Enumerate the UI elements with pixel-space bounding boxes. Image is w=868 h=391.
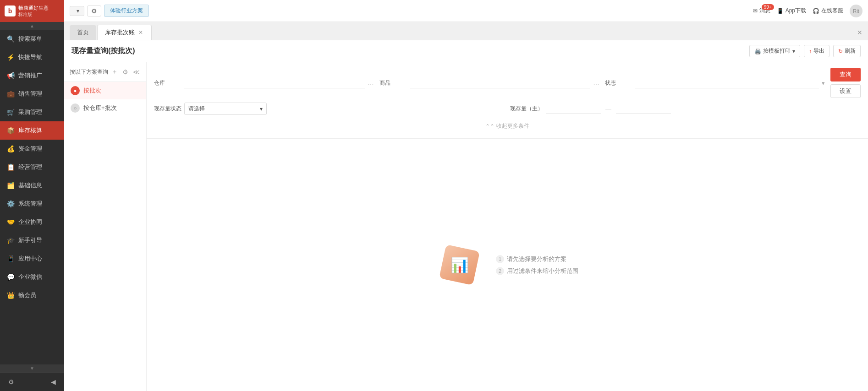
sidebar-item-newbie-label: 新手引导 — [18, 236, 42, 244]
filter-row-2: 现存量状态 请选择 ▾ 现存量（主） — — [154, 103, 861, 115]
collapse-button[interactable]: ⌃⌃ 收起更多条件 — [485, 119, 529, 133]
sidebar-item-search-label: 搜索菜单 — [18, 35, 42, 43]
app-download-label: App下载 — [786, 7, 806, 15]
sidebar-settings-button[interactable]: ⚙ — [6, 376, 16, 387]
page-header: 现存量查询(按批次) 🖨️ 按模板打印 ▾ ↑ 导出 ↻ 刷新 — [64, 40, 868, 62]
sidebar-item-purchase[interactable]: 🛒 采购管理 — [0, 103, 64, 121]
sidebar-item-member[interactable]: 👑 畅会员 — [0, 286, 64, 304]
inventory-icon: 📦 — [6, 126, 15, 135]
refresh-icon: ↻ — [838, 48, 843, 54]
product-input[interactable] — [410, 78, 590, 88]
sidebar-scroll-down[interactable]: ▼ — [0, 364, 64, 372]
headset-icon: 🎧 — [813, 8, 819, 14]
app-download-button[interactable]: 📱 App下载 — [777, 7, 806, 15]
tabbar: 首页 库存批次账 ✕ ✕ — [64, 22, 868, 40]
quick-nav-icon: ⚡ — [6, 53, 15, 61]
hint-item-2: 2 用过滤条件来缩小分析范围 — [496, 267, 578, 275]
app-logo: b — [5, 5, 16, 16]
add-scheme-button[interactable]: ＋ — [110, 67, 119, 77]
sidebar-header: b 畅康通好生意 标准版 — [0, 0, 64, 22]
sidebar-item-newbie[interactable]: 🎓 新手引导 — [0, 231, 64, 250]
empty-state-inner: 📊 1 请先选择要分析的方案 — [436, 242, 578, 288]
warehouse-more-button[interactable]: … — [368, 79, 374, 87]
status-input[interactable] — [635, 78, 819, 88]
collapse-panel-button[interactable]: ≪ — [132, 67, 141, 76]
print-icon: 🖨️ — [754, 48, 761, 54]
scheme-warehouse-batch-label: 按仓库+批次 — [83, 104, 117, 112]
query-button[interactable]: 查询 — [830, 68, 861, 81]
tab-close-icon[interactable]: ✕ — [137, 29, 144, 36]
print-button[interactable]: 🖨️ 按模板打印 ▾ — [749, 45, 800, 57]
left-panel-header: 按以下方案查询 ＋ ⚙ ≪ — [64, 62, 146, 82]
sidebar-item-quick-nav[interactable]: ⚡ 快捷导航 — [0, 48, 64, 66]
scheme-item-batch[interactable]: ● 按批次 — [64, 82, 146, 99]
topbar-left: ▾ ⚙ 体验行业方案 — [70, 5, 749, 17]
scheme-batch-icon: ● — [71, 86, 80, 95]
filter-group-inventory-status: 现存量状态 请选择 ▾ — [154, 103, 505, 115]
sidebar-item-sales[interactable]: 💼 销售管理 — [0, 85, 64, 103]
tab-close-all-icon[interactable]: ✕ — [857, 29, 863, 36]
sidebar-collapse-button[interactable]: ◀ — [49, 376, 58, 387]
scheme-warehouse-batch-icon: ○ — [71, 103, 80, 113]
topbar-right: ✉ 消息 99+ 📱 App下载 🎧 在线客服 Rit — [753, 5, 863, 17]
sidebar-item-operations[interactable]: 📋 经营管理 — [0, 158, 64, 176]
page-title: 现存量查询(按批次) — [71, 46, 135, 56]
sidebar-scroll-up[interactable]: ▲ — [0, 22, 64, 30]
operations-icon: 📋 — [6, 163, 15, 171]
sidebar-item-inventory[interactable]: 📦 库存核算 — [0, 121, 64, 140]
sidebar-item-basics-label: 基础信息 — [18, 181, 42, 190]
hint-text-2: 用过滤条件来缩小分析范围 — [507, 267, 578, 275]
sidebar-item-search[interactable]: 🔍 搜索菜单 — [0, 30, 64, 48]
hint-text-1: 请先选择要分析的方案 — [507, 255, 566, 263]
messages-button[interactable]: ✉ 消息 99+ — [753, 7, 770, 15]
search-icon: 🔍 — [6, 35, 15, 43]
hint-num-1: 1 — [496, 255, 504, 263]
sidebar-item-wechat-label: 企业微信 — [18, 273, 42, 281]
scheme-item-warehouse-batch[interactable]: ○ 按仓库+批次 — [64, 99, 146, 117]
right-content: 仓库 … 商品 … 状态 — [147, 62, 868, 391]
inventory-status-select[interactable]: 请选择 ▾ — [184, 103, 267, 115]
empty-hints: 1 请先选择要分析的方案 2 用过滤条件来缩小分析范围 — [496, 255, 578, 275]
finance-icon: 💰 — [6, 145, 15, 153]
tab-home[interactable]: 首页 — [70, 25, 96, 40]
inventory-qty-max-input[interactable] — [616, 103, 671, 114]
sidebar-item-purchase-label: 采购管理 — [18, 108, 42, 116]
topbar-breadcrumb: ▾ — [70, 6, 84, 16]
messages-badge: 99+ — [762, 4, 774, 10]
sales-icon: 💼 — [6, 90, 15, 98]
sidebar-item-apps[interactable]: 📱 应用中心 — [0, 250, 64, 268]
export-icon: ↑ — [809, 48, 812, 54]
left-panel: 按以下方案查询 ＋ ⚙ ≪ ● 按批次 ○ 按仓库+批次 — [64, 62, 147, 391]
sidebar: b 畅康通好生意 标准版 ▲ 🔍 搜索菜单 ⚡ 快捷导航 📢 营销推广 💼 销售… — [0, 0, 64, 391]
empty-state: 📊 1 请先选择要分析的方案 — [147, 139, 868, 391]
settings-action-button[interactable]: 设置 — [830, 84, 861, 98]
main-content: ▾ ⚙ 体验行业方案 ✉ 消息 99+ 📱 App下载 🎧 在线客服 Rit — [64, 0, 868, 391]
inventory-qty-label: 现存量（主） — [510, 105, 543, 113]
sidebar-item-enterprise[interactable]: 🤝 企业协同 — [0, 213, 64, 231]
sidebar-item-operations-label: 经营管理 — [18, 163, 42, 171]
topbar-settings-button[interactable]: ⚙ — [87, 5, 101, 16]
chevron-down-icon: ▾ — [822, 80, 825, 87]
tab-inventory-batch-label: 库存批次账 — [105, 28, 135, 37]
sidebar-nav: 🔍 搜索菜单 ⚡ 快捷导航 📢 营销推广 💼 销售管理 🛒 采购管理 📦 库存核… — [0, 30, 64, 364]
sidebar-item-wechat[interactable]: 💬 企业微信 — [0, 268, 64, 286]
inventory-qty-min-input[interactable] — [546, 103, 601, 114]
sidebar-item-finance-label: 资金管理 — [18, 145, 42, 153]
tab-inventory-batch[interactable]: 库存批次账 ✕ — [97, 25, 152, 40]
online-service-button[interactable]: 🎧 在线客服 — [813, 7, 843, 15]
sidebar-item-system[interactable]: ⚙️ 系统管理 — [0, 195, 64, 213]
sidebar-item-finance[interactable]: 💰 资金管理 — [0, 140, 64, 158]
sidebar-item-member-label: 畅会员 — [18, 291, 36, 299]
basics-icon: 🗂️ — [6, 181, 15, 190]
export-button[interactable]: ↑ 导出 — [804, 45, 830, 57]
trial-button[interactable]: 体验行业方案 — [104, 5, 149, 17]
product-more-button[interactable]: … — [593, 79, 599, 87]
refresh-button[interactable]: ↻ 刷新 — [833, 45, 861, 57]
sidebar-item-basics[interactable]: 🗂️ 基础信息 — [0, 176, 64, 195]
user-menu[interactable]: Rit — [850, 5, 863, 17]
scheme-settings-button[interactable]: ⚙ — [121, 67, 129, 76]
filter-collapse-row: ⌃⌃ 收起更多条件 — [154, 119, 861, 133]
warehouse-input[interactable] — [184, 78, 365, 88]
sidebar-item-marketing[interactable]: 📢 营销推广 — [0, 66, 64, 85]
empty-icon: 📊 — [436, 242, 482, 288]
